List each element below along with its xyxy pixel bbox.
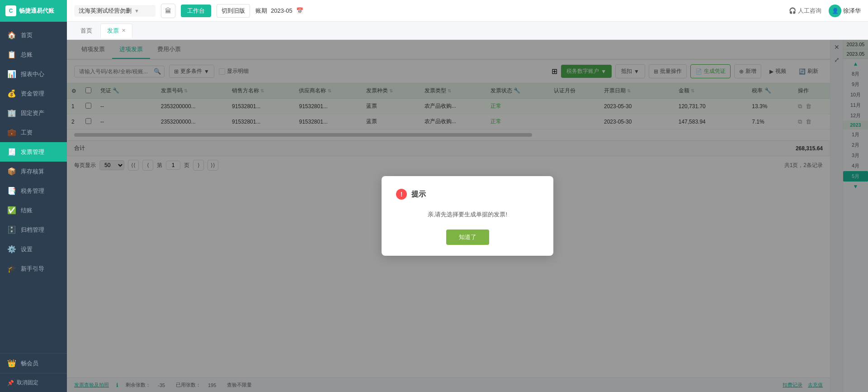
sidebar-item-reports[interactable]: 📊 报表中心 <box>0 64 67 84</box>
period-display: 账期 2023-05 📅 <box>255 7 303 15</box>
sidebar-item-assets-label: 固定资产 <box>21 109 44 117</box>
sidebar-item-checkout[interactable]: ✅ 结账 <box>0 201 67 220</box>
close-icon[interactable]: ✕ <box>122 28 126 33</box>
checkout-icon: ✅ <box>7 206 16 215</box>
inventory-icon: 📦 <box>7 167 16 176</box>
dialog-ok-btn[interactable]: 知道了 <box>446 229 489 245</box>
user-menu[interactable]: 👤 徐泽华 <box>829 5 861 17</box>
dialog-message: 亲,请先选择要生成单据的发票! <box>396 207 539 222</box>
dialog-overlay: ! 提示 亲,请先选择要生成单据的发票! 知道了 <box>67 40 868 392</box>
guide-icon: 🎓 <box>7 264 16 273</box>
calendar-icon[interactable]: 📅 <box>296 7 303 14</box>
settings-icon: ⚙️ <box>7 245 16 253</box>
sidebar-item-archive-label: 归档管理 <box>21 226 44 234</box>
sidebar-item-guide[interactable]: 🎓 新手引导 <box>0 259 67 278</box>
sidebar: C 畅捷通易代账 🏠 首页 📋 总账 📊 报表中心 💰 资金管理 🏢 <box>0 0 67 392</box>
chevron-down-icon: ▼ <box>134 8 139 14</box>
building-icon: 🏛 <box>165 7 171 14</box>
app-logo: C 畅捷通易代账 <box>0 0 67 22</box>
assets-icon: 🏢 <box>7 109 16 117</box>
sidebar-item-tax[interactable]: 📑 税务管理 <box>0 181 67 201</box>
support-btn[interactable]: 🎧 人工咨询 <box>789 7 821 15</box>
tab-invoice-label: 发票 <box>107 27 119 35</box>
app-name: 畅捷通易代账 <box>19 7 54 15</box>
sidebar-item-tax-label: 税务管理 <box>21 187 44 195</box>
tabbar: 首页 发票 ✕ <box>67 22 868 40</box>
company-name: 沈海英测试经营勿删 <box>79 7 132 15</box>
user-name: 徐泽华 <box>843 7 861 15</box>
sidebar-item-settings-label: 设置 <box>21 245 33 253</box>
sidebar-item-reports-label: 报表中心 <box>21 70 44 78</box>
user-avatar: 👤 <box>829 5 841 17</box>
dialog-header: ! 提示 <box>396 189 426 200</box>
sidebar-nav: 🏠 首页 📋 总账 📊 报表中心 💰 资金管理 🏢 固定资产 💼 工资 <box>0 22 67 353</box>
sidebar-item-archive[interactable]: 🗄️ 归档管理 <box>0 220 67 239</box>
tab-invoice[interactable]: 发票 ✕ <box>100 24 132 38</box>
workspace-btn[interactable]: 工作台 <box>181 5 211 17</box>
dialog-footer: 知道了 <box>396 229 539 245</box>
sidebar-item-membership[interactable]: 👑 畅会员 <box>0 353 67 373</box>
sidebar-item-salary[interactable]: 💼 工资 <box>0 123 67 142</box>
sidebar-item-settings[interactable]: ⚙️ 设置 <box>0 239 67 259</box>
sidebar-item-ledger[interactable]: 📋 总账 <box>0 45 67 64</box>
page-content: 销项发票 进项发票 费用小票 🔍 ⊞ <box>67 40 868 392</box>
main-content: 沈海英测试经营勿删 ▼ 🏛 工作台 切到旧版 账期 2023-05 📅 🎧 人工… <box>67 0 868 392</box>
user-avatar-icon: 👤 <box>832 8 839 14</box>
sidebar-item-invoice-label: 发票管理 <box>21 148 44 156</box>
sidebar-item-inventory[interactable]: 📦 库存核算 <box>0 162 67 181</box>
home-icon: 🏠 <box>7 31 16 39</box>
sidebar-item-funds-label: 资金管理 <box>21 90 44 98</box>
sidebar-item-funds[interactable]: 💰 资金管理 <box>0 84 67 103</box>
tax-icon: 📑 <box>7 186 16 195</box>
membership-icon: 👑 <box>7 359 16 368</box>
cancel-fixed-label: 取消固定 <box>17 379 38 387</box>
membership-label: 畅会员 <box>21 359 38 368</box>
sidebar-item-home[interactable]: 🏠 首页 <box>0 25 67 45</box>
sidebar-item-home-label: 首页 <box>21 31 33 39</box>
warning-icon: ! <box>396 189 407 200</box>
sidebar-item-salary-label: 工资 <box>21 129 33 137</box>
funds-icon: 💰 <box>7 89 16 98</box>
period-label: 账期 <box>255 7 267 15</box>
topbar: 沈海英测试经营勿删 ▼ 🏛 工作台 切到旧版 账期 2023-05 📅 🎧 人工… <box>67 0 868 22</box>
sidebar-item-assets[interactable]: 🏢 固定资产 <box>0 103 67 123</box>
topbar-right: 🎧 人工咨询 👤 徐泽华 <box>789 5 861 17</box>
dialog-title: 提示 <box>411 190 426 199</box>
switch-version-btn[interactable]: 切到旧版 <box>217 4 250 18</box>
company-selector[interactable]: 沈海英测试经营勿删 ▼ <box>74 5 156 17</box>
period-value: 2023-05 <box>271 7 292 14</box>
logo-icon: C <box>5 5 16 16</box>
sidebar-item-checkout-label: 结账 <box>21 206 33 215</box>
tab-home-label: 首页 <box>80 27 92 35</box>
dialog: ! 提示 亲,请先选择要生成单据的发票! 知道了 <box>382 176 553 256</box>
archive-icon: 🗄️ <box>7 225 16 234</box>
salary-icon: 💼 <box>7 128 16 137</box>
invoice-icon: 🧾 <box>7 148 16 156</box>
company-icon-btn[interactable]: 🏛 <box>161 4 175 18</box>
sidebar-item-inventory-label: 库存核算 <box>21 167 44 176</box>
tab-home[interactable]: 首页 <box>74 24 99 38</box>
support-label: 人工咨询 <box>798 7 821 15</box>
sidebar-item-ledger-label: 总账 <box>21 51 33 59</box>
reports-icon: 📊 <box>7 70 16 78</box>
sidebar-item-guide-label: 新手引导 <box>21 265 44 273</box>
ledger-icon: 📋 <box>7 50 16 59</box>
sidebar-item-invoice[interactable]: 🧾 发票管理 <box>0 142 67 162</box>
headset-icon: 🎧 <box>789 7 796 14</box>
cancel-fixed-btn[interactable]: 📌 取消固定 <box>0 373 67 392</box>
pin-icon: 📌 <box>7 380 14 386</box>
